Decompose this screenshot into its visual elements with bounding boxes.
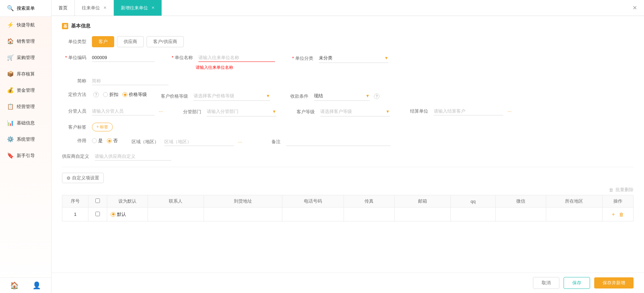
row-checkbox[interactable] bbox=[95, 212, 100, 216]
sidebar-item-guide[interactable]: 🔖 新手引导 bbox=[0, 147, 51, 164]
department-placeholder: 请输入分管部门 bbox=[207, 108, 238, 115]
tab-home-label: 首页 bbox=[58, 5, 68, 11]
settlement-input[interactable] bbox=[434, 107, 503, 115]
customer-level-select[interactable]: 请选择客户等级 ▼ bbox=[320, 107, 390, 116]
table-body: 1 默认 bbox=[62, 207, 634, 221]
sidebar-item-sales[interactable]: 🏠 销售管理 bbox=[0, 33, 51, 49]
unit-code-input[interactable] bbox=[92, 54, 155, 62]
remark-label: 备注 bbox=[256, 139, 281, 145]
table-row: 1 默认 bbox=[62, 207, 634, 221]
unit-type-field: 单位类型 客户 供应商 客户/供应商 bbox=[62, 36, 184, 47]
row-location[interactable] bbox=[546, 207, 602, 221]
abbr-input[interactable] bbox=[92, 77, 168, 85]
pricing-radio-group: 折扣 价格等级 bbox=[103, 91, 147, 98]
add-row-btn[interactable]: + bbox=[612, 211, 615, 217]
select-all-checkbox[interactable] bbox=[95, 198, 100, 203]
abbr-row: 简称 bbox=[62, 77, 634, 85]
email-input[interactable] bbox=[409, 210, 437, 218]
wechat-input[interactable] bbox=[509, 210, 533, 218]
region-input[interactable] bbox=[164, 138, 234, 146]
disabled-label: 停用 bbox=[62, 138, 86, 144]
sidebar-item-system[interactable]: ⚙️ 系统管理 bbox=[0, 131, 51, 147]
settlement-label: 结算单位 bbox=[404, 108, 428, 114]
sidebar-home-btn[interactable]: 🏠 bbox=[10, 281, 19, 290]
section-header: 基 基本信息 bbox=[62, 23, 634, 29]
unit-code-field: 单位编码 bbox=[62, 54, 155, 62]
disabled-no-radio[interactable]: 否 bbox=[107, 138, 118, 144]
remark-input[interactable] bbox=[286, 138, 391, 146]
address-input[interactable] bbox=[222, 210, 264, 218]
phone-input[interactable] bbox=[297, 210, 329, 218]
row-email[interactable] bbox=[394, 207, 450, 221]
pricing-row: 定价方法 ? 折扣 价格等级 客户价格等级 请选择客户价格等级 bbox=[62, 91, 634, 101]
custom-settings-btn[interactable]: ⚙ 自定义项设置 bbox=[62, 173, 104, 183]
unit-type-label: 单位类型 bbox=[62, 39, 86, 45]
department-label: 分管部门 bbox=[177, 109, 201, 115]
pricing-help-icon[interactable]: ? bbox=[93, 92, 99, 97]
row-contact[interactable] bbox=[148, 207, 204, 221]
customer-price-select[interactable]: 请选择客户价格等级 ▼ bbox=[194, 91, 270, 101]
manager-field: 分管人员 ··· bbox=[62, 107, 163, 115]
main-area: 首页 往来单位 ✕ 新增往来单位 ✕ ✕ 基 基本信息 单位类型 客户 供应商 … bbox=[52, 0, 644, 293]
fax-input[interactable] bbox=[357, 210, 381, 218]
sidebar-user-btn[interactable]: 👤 bbox=[32, 281, 41, 290]
sidebar-item-inventory[interactable]: 📦 库存核算 bbox=[0, 66, 51, 82]
add-tag-btn[interactable]: + 标签 bbox=[92, 123, 113, 131]
unit-category-select[interactable]: 未分类 ▼ bbox=[319, 54, 388, 63]
sales-icon: 🏠 bbox=[7, 38, 14, 44]
pricing-level-radio[interactable]: 价格等级 bbox=[123, 91, 147, 98]
row-action-cell: + 🗑 bbox=[602, 207, 633, 221]
save-button[interactable]: 保存 bbox=[564, 277, 590, 289]
qq-input[interactable] bbox=[463, 210, 484, 218]
disabled-yes-radio[interactable]: 是 bbox=[92, 138, 103, 144]
col-address: 到货地址 bbox=[204, 195, 282, 207]
sidebar-item-purchase[interactable]: 🛒 采购管理 bbox=[0, 49, 51, 66]
window-close-btn[interactable]: ✕ bbox=[633, 5, 637, 11]
table-section: 🗑 批量删除 序号 设为默认 联系人 到货地址 电话号码 传真 邮箱 qq bbox=[62, 187, 634, 221]
region-more-btn[interactable]: ··· bbox=[238, 139, 242, 145]
row-qq[interactable] bbox=[450, 207, 495, 221]
settlement-more-btn[interactable]: ··· bbox=[508, 108, 512, 114]
row-address[interactable] bbox=[204, 207, 282, 221]
sidebar-item-operations[interactable]: 📋 经营管理 bbox=[0, 98, 51, 115]
tab-partners[interactable]: 往来单位 ✕ bbox=[75, 0, 114, 16]
manager-more-btn[interactable]: ··· bbox=[159, 108, 163, 114]
tab-new-partner-close[interactable]: ✕ bbox=[151, 6, 155, 10]
sidebar-item-quick-nav[interactable]: ⚡ 快捷导航 bbox=[0, 17, 51, 33]
remark-field: 备注 bbox=[256, 138, 391, 146]
system-icon: ⚙️ bbox=[7, 136, 14, 143]
pricing-discount-radio[interactable]: 折扣 bbox=[103, 91, 118, 98]
tab-partners-close[interactable]: ✕ bbox=[103, 6, 107, 10]
sidebar-item-basic[interactable]: 📊 基础信息 bbox=[0, 115, 51, 131]
sidebar-search-label: 搜索菜单 bbox=[17, 5, 35, 11]
del-row-btn[interactable]: 🗑 bbox=[619, 212, 624, 217]
type-btn-both[interactable]: 客户/供应商 bbox=[147, 36, 184, 47]
supplier-custom-input[interactable] bbox=[95, 152, 171, 161]
col-qq: qq bbox=[450, 195, 495, 207]
row-phone[interactable] bbox=[282, 207, 344, 221]
unit-name-input[interactable] bbox=[198, 54, 275, 62]
type-btn-customer[interactable]: 客户 bbox=[92, 36, 114, 47]
supplier-custom-field: 供应商自定义 bbox=[62, 152, 171, 161]
manager-input[interactable] bbox=[92, 107, 155, 115]
sidebar-item-finance[interactable]: 💰 资金管理 bbox=[0, 82, 51, 98]
save-new-button[interactable]: 保存并新增 bbox=[594, 277, 634, 288]
region-label: 区域（地区） bbox=[132, 139, 159, 145]
finance-icon: 💰 bbox=[7, 87, 14, 93]
payment-terms-select[interactable]: 现结 ▼ bbox=[314, 91, 370, 101]
payment-help-icon[interactable]: ? bbox=[374, 93, 379, 99]
cancel-button[interactable]: 取消 bbox=[533, 277, 559, 289]
row-fax[interactable] bbox=[344, 207, 394, 221]
row-default-radio[interactable]: 默认 bbox=[111, 211, 144, 218]
custom-settings-row: ⚙ 自定义项设置 bbox=[62, 173, 634, 183]
contact-input[interactable] bbox=[162, 210, 190, 218]
tab-new-partner[interactable]: 新增往来单位 ✕ bbox=[114, 0, 162, 16]
department-select[interactable]: 请输入分管部门 ▼ bbox=[207, 107, 276, 116]
location-input[interactable] bbox=[560, 210, 588, 218]
type-btn-supplier[interactable]: 供应商 bbox=[117, 36, 144, 47]
row-wechat[interactable] bbox=[496, 207, 546, 221]
sidebar-item-search[interactable]: 🔍 搜索菜单 bbox=[0, 0, 51, 17]
customer-tag-row: 客户标签 + 标签 bbox=[62, 123, 634, 131]
batch-delete-label[interactable]: 批量删除 bbox=[615, 187, 634, 193]
tab-home[interactable]: 首页 bbox=[52, 0, 75, 16]
